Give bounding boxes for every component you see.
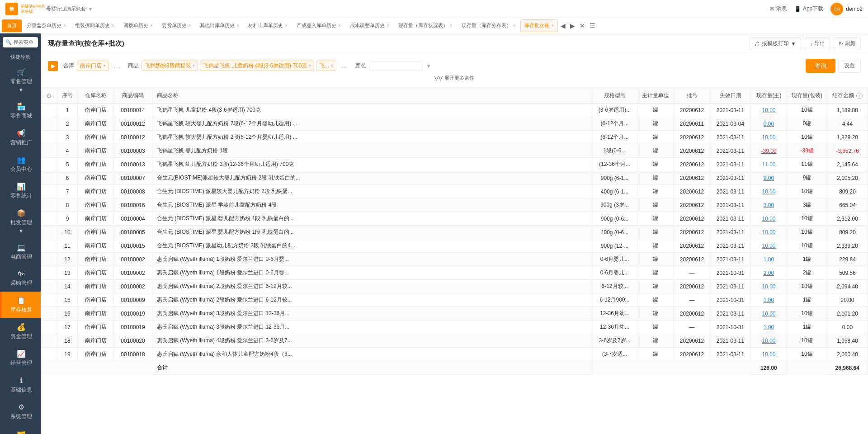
messages-btn[interactable]: ✉ 消息 — [770, 5, 787, 13]
sidebar-item-inventory[interactable]: 📋 库存核算 — [0, 292, 41, 318]
warehouse-more-btn[interactable]: … — [112, 62, 123, 70]
tab-xianzai-fen[interactable]: 现存量（库存分布表） × — [458, 19, 520, 32]
td-num-4: 5 — [57, 158, 78, 171]
tab-next-btn[interactable]: ▶ — [568, 22, 577, 29]
td-amount-1: 4.44 — [827, 117, 868, 131]
color-filter: 颜色 ▼ — [355, 61, 431, 71]
filter-toggle-btn[interactable]: ▶ — [48, 61, 58, 71]
td-batch-3: 20200612 — [674, 144, 710, 158]
tab-tiaopo[interactable]: 调拨单历史 × — [119, 19, 157, 32]
amount-info-icon[interactable]: i — [856, 93, 863, 99]
tab-chengben[interactable]: 成本调整单历史 × — [346, 19, 393, 32]
export-btn[interactable]: ↓ 导出 — [805, 37, 830, 50]
td-code-14: 00100009 — [114, 293, 152, 307]
settings-btn[interactable]: 设置 — [838, 59, 861, 73]
td-name-0: 飞鹤星飞帆 儿童奶粉 4段(3-6岁适用) 700克 — [152, 104, 592, 117]
tab-close-btn[interactable]: ✕ — [578, 22, 587, 29]
tab-home[interactable]: 首页 — [2, 19, 22, 32]
td-num-12: 13 — [57, 266, 78, 280]
tab-menu-btn[interactable]: ☰ — [588, 22, 597, 29]
td-warehouse-12: 南岸门店 — [78, 266, 114, 280]
sidebar: 🔍 搜索英单 快捷导航 🛒 零售管理 ▼ 🏪 零售商城 📢 营销推广 👥 会员中… — [0, 33, 41, 434]
sidebar-item-retail[interactable]: 🛒 零售管理 ▼ — [0, 63, 41, 98]
tab-cailiao[interactable]: 材料出库单历史 × — [244, 19, 292, 32]
tab-yaohuo[interactable]: 要货单历史 × — [158, 19, 195, 32]
tab-zuche[interactable]: 组装拆卸单历史 × — [71, 19, 118, 32]
sidebar-item-basic[interactable]: ℹ 基础信息 — [0, 372, 41, 398]
sidebar-item-ops[interactable]: 📈 经营管理 — [0, 345, 41, 372]
table-row: 12 南岸门店 00100002 惠氏启赋 (Wyeth illuma) 1段奶… — [41, 253, 868, 266]
th-code: 商品编码 — [114, 88, 152, 104]
sidebar-quick-nav[interactable]: 快捷导航 — [0, 51, 41, 63]
td-spec-8: 900g (0-6... — [592, 212, 637, 226]
td-qty-pack-1: 0罐 — [787, 117, 827, 131]
sidebar-item-corp[interactable]: 🤝 企业协同 — [0, 425, 41, 434]
tab-fenpan[interactable]: 分量盘点单历史 × — [23, 19, 70, 32]
td-batch-12: — — [674, 266, 710, 280]
warehouse-tag-remove[interactable]: × — [103, 63, 106, 68]
table-row: 11 南岸门店 00100015 合生元 (BIOSTIME) 派星幼儿配方奶粉… — [41, 239, 868, 253]
td-name-3: 飞鹤星飞帆 婴儿配方奶粉 1段 — [152, 144, 592, 158]
td-settings-6 — [41, 185, 57, 198]
product-tag-1-remove[interactable]: × — [193, 63, 195, 68]
td-settings-5 — [41, 171, 57, 185]
sidebar-item-system[interactable]: ⚙ 系统管理 — [0, 398, 41, 425]
td-name-8: 合生元 (BIOSTIME) 派星 婴儿配方奶粉 1段 乳铁蛋白的... — [152, 212, 592, 226]
table-row: 4 南岸门店 00100003 飞鹤星飞帆 婴儿配方奶粉 1段 1段(0-6..… — [41, 144, 868, 158]
tab-chanpin[interactable]: 产成品入库单历史 × — [292, 19, 345, 32]
td-spec-18: (3-7岁适... — [592, 348, 637, 361]
td-qty-pack-5: 9罐 — [787, 171, 827, 185]
sidebar-search[interactable]: 🔍 搜索英单 — [3, 37, 38, 47]
table-row: 1 南岸门店 00100014 飞鹤星飞帆 儿童奶粉 4段(3-6岁适用) 70… — [41, 104, 868, 117]
sidebar-item-member[interactable]: 👥 会员中心 — [0, 151, 41, 178]
td-qty-main-10: 10.00 — [751, 239, 787, 253]
td-qty-pack-15: 10罐 — [787, 307, 827, 321]
th-spec: 规格型号 — [592, 88, 637, 104]
td-name-16: 惠氏启赋 (Wyeth illuma) 3段奶粉 爱尔兰进口 12-36月... — [152, 321, 592, 334]
td-amount-15: 2,101.20 — [827, 307, 868, 321]
query-btn[interactable]: 查询 — [806, 59, 835, 73]
product-tag-3-remove[interactable]: × — [330, 63, 333, 68]
td-qty-main-17: 10.00 — [751, 334, 787, 348]
td-amount-14: 20.00 — [827, 293, 868, 307]
settings-icon[interactable]: ⚙ — [45, 92, 52, 99]
sidebar-item-purchase[interactable]: 🛍 采购管理 — [0, 265, 41, 292]
sidebar-menu: 🛒 零售管理 ▼ 🏪 零售商城 📢 营销推广 👥 会员中心 📊 零售统计 — [0, 63, 41, 434]
sidebar-item-marketing[interactable]: 📢 营销推广 — [0, 124, 41, 151]
tab-xianzai-zhuang[interactable]: 现存量（库存状况表） × — [394, 19, 457, 32]
td-name-7: 合生元 (BIOSTIME) 派星 学龄前儿童配方奶粉 4段 — [152, 198, 592, 212]
table-row: 13 南岸门店 00100002 惠氏启赋 (Wyeth illuma) 1段奶… — [41, 266, 868, 280]
td-code-13: 00100002 — [114, 280, 152, 293]
tab-qita[interactable]: 其他出库单历史 × — [196, 19, 243, 32]
td-settings-13 — [41, 280, 57, 293]
refresh-btn[interactable]: ↻ 刷新 — [834, 37, 861, 50]
table-row: 7 南岸门店 00100008 合生元 (BIOSTIME) 派星较大婴儿配方奶… — [41, 185, 868, 198]
td-batch-6: 20200612 — [674, 185, 710, 198]
tab-prev-btn[interactable]: ◀ — [559, 22, 567, 29]
product-more-btn[interactable]: … — [339, 62, 350, 70]
page-title: 现存量查询(按仓库+批次) — [48, 39, 124, 48]
template-print-btn[interactable]: 🖨 按模板打印 ▼ — [750, 37, 801, 50]
td-warehouse-14: 南岸门店 — [78, 293, 114, 307]
td-settings-3 — [41, 144, 57, 158]
td-code-2: 00100012 — [114, 131, 152, 144]
product-tag-2-remove[interactable]: × — [308, 63, 311, 68]
product-filter: 商品 飞鹤奶粉3段两提装 × 飞鹤星飞帆 儿童奶粉 4段(3-6岁适用) 700… — [128, 61, 350, 71]
expand-conditions-btn[interactable]: ⋁⋁ 展开更多条件 — [434, 75, 474, 81]
sidebar-item-stats[interactable]: 📊 零售统计 — [0, 178, 41, 204]
td-spec-12: 0-6月婴儿... — [592, 266, 637, 280]
td-qty-pack-4: 11罐 — [787, 158, 827, 171]
td-settings-9 — [41, 226, 57, 239]
td-settings-0 — [41, 104, 57, 117]
inventory-icon: 📋 — [17, 296, 26, 305]
sidebar-item-ecom[interactable]: 💻 电商管理 — [0, 239, 41, 265]
sidebar-item-retail-store[interactable]: 🏪 零售商城 — [0, 98, 41, 124]
tab-pici[interactable]: 库存批次账 × — [520, 19, 558, 32]
app-download-btn[interactable]: 📱 App下载 — [794, 5, 823, 13]
color-input[interactable] — [369, 61, 423, 71]
td-settings-15 — [41, 307, 57, 321]
sidebar-item-finance[interactable]: 💰 资金管理 — [0, 318, 41, 345]
sidebar-item-wholesale[interactable]: 📦 批发管理 ▼ — [0, 204, 41, 239]
td-batch-4: 20200612 — [674, 158, 710, 171]
th-qty-main: 现存量(主) — [751, 88, 787, 104]
